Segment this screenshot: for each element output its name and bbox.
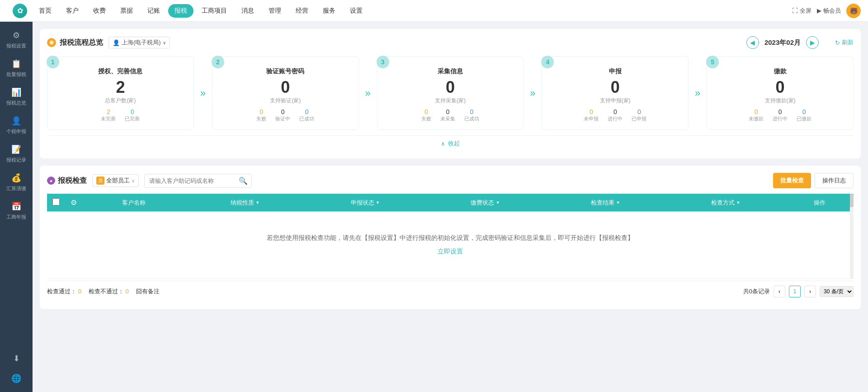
step-1-stat-0-val: 2 xyxy=(101,108,116,115)
prev-month-button[interactable]: ◀ xyxy=(746,36,759,49)
avatar[interactable]: 🐻 xyxy=(846,4,861,18)
table-gear-icon[interactable]: ⚙ xyxy=(71,199,77,206)
step-3-stat-2-label: 已成功 xyxy=(464,115,479,122)
check-result-label: 检查结果 xyxy=(591,199,614,207)
sidebar-item-batch-tax[interactable]: 📋 批量报税 xyxy=(0,54,33,82)
check-title-icon: ● xyxy=(47,177,55,185)
filter-icon-2[interactable]: ▼ xyxy=(376,200,380,205)
pass-value[interactable]: 0 xyxy=(78,288,81,295)
step-3-title: 采集信息 xyxy=(385,67,516,76)
nav-invoice[interactable]: 票据 xyxy=(114,4,139,18)
logo-icon: ✿ xyxy=(13,4,27,18)
main-content: ⊕ 报税流程总览 👤 上海(电子税局) ∨ ◀ 2023年02月 ▶ ↻ 刷新 xyxy=(33,22,868,392)
step-5-stat-2-val: 0 xyxy=(797,108,811,115)
step-5-stat-1: 0 进行中 xyxy=(773,108,788,122)
location-selector[interactable]: 👤 上海(电子税局) ∨ xyxy=(108,37,170,48)
employee-selector[interactable]: 员 全部员工 ∨ xyxy=(92,174,139,187)
nav-service[interactable]: 服务 xyxy=(316,4,342,18)
fullscreen-icon: ⛶ xyxy=(792,7,798,14)
overview-header: ⊕ 报税流程总览 👤 上海(电子税局) ∨ ◀ 2023年02月 ▶ ↻ 刷新 xyxy=(47,36,854,49)
refresh-button[interactable]: ↻ 刷新 xyxy=(835,38,854,47)
select-all-checkbox[interactable] xyxy=(52,198,60,206)
nav-fee[interactable]: 收费 xyxy=(87,4,112,18)
flow-card-3: 3 采集信息 0 支持采集(家) 0 失败 0 未采集 xyxy=(377,56,524,130)
flow-card-1: 1 授权、完善信息 2 总客户数(家) 2 未完善 0 已完善 xyxy=(47,56,194,130)
arrow-1: » xyxy=(194,87,212,99)
sidebar-label-tax-settings: 报税设置 xyxy=(6,43,26,49)
search-icon: 🔍 xyxy=(239,177,248,185)
table-header-tax-type: 纳税性质 ▼ xyxy=(185,194,305,211)
batch-check-button[interactable]: 批量检查 xyxy=(773,173,811,188)
step-3-sublabel: 支持采集(家) xyxy=(385,97,516,105)
tax-type-label: 纳税性质 xyxy=(231,199,254,207)
step-4-stats: 0 未申报 0 进行中 0 已申报 xyxy=(549,108,681,122)
arrow-3: » xyxy=(524,87,542,99)
nav-home[interactable]: 首页 xyxy=(33,4,58,18)
step-5-sublabel: 支持缴款(家) xyxy=(714,97,846,105)
table-header-check-method: 检查方式 ▼ xyxy=(666,194,786,211)
sidebar-item-settlement[interactable]: 💰 汇算清缴 xyxy=(0,168,33,196)
per-page-selector[interactable]: 30 条/页 xyxy=(820,286,854,297)
step-1-stat-1: 0 已完善 xyxy=(125,108,140,122)
sidebar-item-globe[interactable]: 🌐 xyxy=(0,368,33,388)
check-actions: 批量检查 操作日志 xyxy=(773,173,854,188)
current-page: 1 xyxy=(789,286,801,297)
step-1-count: 2 xyxy=(55,77,186,97)
step-5-stat-1-label: 进行中 xyxy=(773,115,788,122)
nav-message[interactable]: 消息 xyxy=(235,4,260,18)
sidebar-item-personal-tax[interactable]: 👤 个税申报 xyxy=(0,111,33,139)
step-3-stat-1-val: 0 xyxy=(440,108,455,115)
collapse-button[interactable]: ∧ 收起 xyxy=(47,135,854,151)
table-header-pay-status: 缴费状态 ▼ xyxy=(425,194,546,211)
nav-accounting[interactable]: 记账 xyxy=(141,4,166,18)
table-header-operation: 操作 xyxy=(786,194,854,211)
check-section: ● 报税检查 员 全部员工 ∨ 🔍 批量检查 操作日志 xyxy=(40,166,861,309)
table-header-checkbox xyxy=(47,194,65,211)
fullscreen-button[interactable]: ⛶ 全屏 xyxy=(792,7,811,15)
search-input[interactable] xyxy=(145,175,235,186)
next-month-button[interactable]: ▶ xyxy=(806,36,819,49)
sidebar-item-tax-settings[interactable]: ⚙ 报税设置 xyxy=(0,25,33,54)
filter-icon-1[interactable]: ▼ xyxy=(255,200,260,205)
step-2-stat-0-val: 0 xyxy=(256,108,266,115)
step-3-count: 0 xyxy=(385,77,516,97)
filter-icon-5[interactable]: ▼ xyxy=(736,200,741,205)
step-3-stat-0-label: 失败 xyxy=(421,115,431,122)
scrollbar[interactable] xyxy=(850,194,854,279)
prev-page-button[interactable]: ‹ xyxy=(774,286,785,297)
flow-card-5: 5 缴款 0 支持缴款(家) 0 未缴款 0 进行中 xyxy=(707,56,854,130)
collapse-label: 收起 xyxy=(448,139,460,148)
declare-status-header: 申报状态 ▼ xyxy=(351,199,380,207)
location-person-icon: 👤 xyxy=(113,39,120,46)
nav-manage[interactable]: 管理 xyxy=(262,4,288,18)
filter-icon-4[interactable]: ▼ xyxy=(616,200,620,205)
nav-customer[interactable]: 客户 xyxy=(60,4,85,18)
step-2-stat-2-val: 0 xyxy=(299,108,314,115)
member-button[interactable]: ▶ 畅会员 xyxy=(817,7,841,15)
fail-value[interactable]: 0 xyxy=(125,288,128,295)
nav-business[interactable]: 工商项目 xyxy=(195,4,233,18)
sidebar-item-annual-report[interactable]: 📅 工商年报 xyxy=(0,196,33,225)
flow-card-2: 2 验证账号密码 0 支持验证(家) 0 失败 0 验证中 xyxy=(212,56,359,130)
nav-settings[interactable]: 设置 xyxy=(344,4,369,18)
sidebar-item-tax-overview[interactable]: 📊 报税总览 xyxy=(0,82,33,111)
next-page-button[interactable]: › xyxy=(804,286,816,297)
fail-stat: 检查不通过： 0 xyxy=(89,287,129,296)
operation-log-button[interactable]: 操作日志 xyxy=(815,173,854,188)
step-3-stat-2-val: 0 xyxy=(464,108,479,115)
step-2-stats: 0 失败 0 验证中 0 已成功 xyxy=(220,108,351,122)
nav-operation[interactable]: 经营 xyxy=(289,4,315,18)
pass-label: 检查通过： xyxy=(47,288,76,295)
sidebar-item-tax-record[interactable]: 📝 报税记录 xyxy=(0,139,33,168)
step-5-stat-2-label: 已缴款 xyxy=(797,115,811,122)
setting-link[interactable]: 立即设置 xyxy=(438,248,463,255)
filter-icon-3[interactable]: ▼ xyxy=(495,200,500,205)
table-footer: 检查通过： 0 检查不通过： 0 囧有备注 共0条记录 ‹ 1 › 30 条/页 xyxy=(47,281,854,302)
nav-tax[interactable]: 报税 xyxy=(168,4,193,18)
sidebar: ⚙ 报税设置 📋 批量报税 📊 报税总览 👤 个税申报 📝 报税记录 💰 汇算清… xyxy=(0,22,33,392)
sidebar-item-download[interactable]: ⬇ xyxy=(0,349,33,368)
step-4-stat-2-val: 0 xyxy=(632,108,646,115)
settlement-icon: 💰 xyxy=(11,172,22,183)
main-layout: ⚙ 报税设置 📋 批量报税 📊 报税总览 👤 个税申报 📝 报税记录 💰 汇算清… xyxy=(0,22,868,392)
search-button[interactable]: 🔍 xyxy=(235,174,251,187)
